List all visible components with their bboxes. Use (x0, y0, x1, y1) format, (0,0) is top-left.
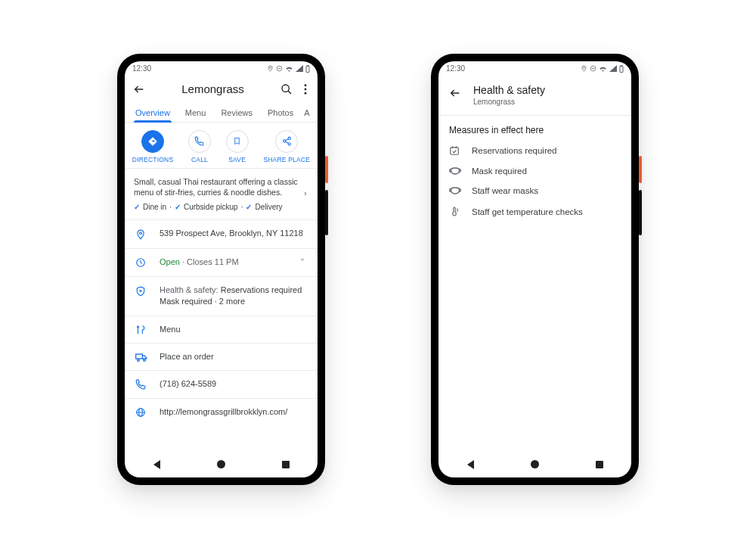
nav-back[interactable] (153, 460, 160, 469)
tabs: Overview Menu Reviews Photos A (125, 102, 318, 123)
signal-icon (296, 65, 303, 72)
health-safety-row[interactable]: Health & safety: Reservations requiredMa… (125, 277, 318, 316)
wifi-icon (285, 65, 293, 72)
check-icon: ✓ (134, 202, 140, 213)
svg-rect-29 (620, 66, 623, 72)
health-item-temperature: Staff get temperature checks (438, 201, 631, 223)
page-title: Health & safety (473, 84, 545, 96)
status-time: 12:30 (446, 64, 465, 73)
svg-point-13 (288, 143, 290, 145)
dnd-icon (276, 65, 283, 72)
nav-bar (438, 452, 631, 477)
health-item-label: Reservations required (472, 146, 557, 155)
status-bar: 12:30 (438, 61, 631, 76)
delivery-icon (135, 352, 147, 362)
mask-icon (449, 186, 461, 195)
svg-point-21 (138, 359, 140, 362)
status-bar: 12:30 (125, 61, 318, 76)
chevron-down-icon (298, 257, 307, 263)
location-icon (135, 229, 146, 241)
health-line2: Mask required · 2 more (160, 297, 245, 306)
restaurant-icon (135, 325, 146, 335)
svg-line-7 (288, 91, 291, 94)
open-status: Open (160, 257, 180, 266)
directions-icon (147, 136, 158, 147)
status-icons (267, 65, 310, 73)
description-row[interactable]: Small, casual Thai restaurant offering a… (125, 169, 318, 221)
svg-point-26 (584, 67, 585, 68)
dnd-icon (590, 65, 596, 72)
save-button[interactable]: SAVE (226, 130, 249, 163)
overflow-button[interactable] (301, 82, 310, 96)
call-icon (194, 136, 204, 146)
share-icon (282, 136, 292, 146)
signal-icon (609, 65, 617, 72)
website-row[interactable]: http://lemongrassgrillbrokklyn.com/ (125, 399, 318, 425)
page-subtitle: Lemongrass (473, 98, 545, 106)
arrow-back-icon (133, 83, 145, 95)
screen-right: 12:30 Health & safety Lemongrass Measure… (438, 61, 631, 477)
location-icon (581, 65, 587, 72)
svg-rect-3 (306, 66, 309, 72)
tab-overview[interactable]: Overview (128, 102, 178, 122)
svg-point-16 (140, 232, 142, 235)
directions-button[interactable]: DIRECTIONS (132, 130, 173, 163)
tab-reviews[interactable]: Reviews (213, 102, 260, 122)
health-label: Health & safety: (160, 285, 221, 294)
phone-row[interactable]: (718) 624-5589 (125, 371, 318, 398)
health-item-label: Staff get temperature checks (472, 207, 583, 216)
svg-point-22 (144, 359, 146, 362)
health-item-staff-mask: Staff wear masks (438, 181, 631, 201)
health-item-label: Staff wear masks (472, 186, 538, 195)
svg-line-15 (285, 141, 288, 143)
battery-icon (305, 65, 310, 73)
action-row: DIRECTIONS CALL SAVE SHARE PLACE (125, 123, 318, 169)
phone-right: 12:30 Health & safety Lemongrass Measure… (431, 54, 639, 485)
check-icon: ✓ (175, 202, 181, 213)
nav-recents[interactable] (596, 461, 603, 468)
share-button[interactable]: SHARE PLACE (263, 130, 310, 163)
bookmark-icon (233, 136, 241, 146)
mask-icon (449, 166, 461, 176)
address-row[interactable]: 539 Prospect Ave, Brooklyn, NY 11218 (125, 220, 318, 249)
order-row[interactable]: Place an order (125, 344, 318, 371)
back-button[interactable] (132, 82, 146, 96)
svg-rect-20 (136, 354, 143, 359)
location-icon (267, 65, 274, 72)
share-label: SHARE PLACE (263, 156, 310, 163)
check-icon: ✓ (246, 202, 252, 213)
tab-more[interactable]: A (301, 102, 309, 122)
search-button[interactable] (280, 82, 293, 96)
nav-back[interactable] (467, 460, 474, 469)
battery-icon (619, 65, 624, 73)
menu-text: Menu (160, 324, 307, 335)
svg-point-10 (305, 92, 307, 94)
call-button[interactable]: CALL (188, 130, 211, 163)
tab-photos[interactable]: Photos (260, 102, 301, 122)
nav-recents[interactable] (282, 461, 290, 468)
close-time: · Closes 11 PM (180, 257, 239, 266)
screen-left: 12:30 Lemongrass Overview Menu (125, 61, 318, 477)
phone-left: 12:30 Lemongrass Overview Menu (117, 54, 325, 485)
page-title: Lemongrass (153, 82, 272, 95)
svg-point-11 (288, 137, 290, 139)
menu-row[interactable]: Menu (125, 316, 318, 344)
search-icon (280, 83, 293, 95)
app-bar: Lemongrass (125, 76, 318, 102)
back-button[interactable] (449, 84, 461, 99)
nav-home[interactable] (217, 460, 225, 468)
nav-home[interactable] (531, 460, 539, 468)
phone-text: (718) 624-5589 (160, 378, 307, 390)
svg-rect-4 (307, 65, 308, 67)
hours-row[interactable]: Open · Closes 11 PM (125, 249, 318, 276)
arrow-back-icon (449, 87, 461, 99)
status-time: 12:30 (132, 64, 151, 73)
website-text: http://lemongrassgrillbrokklyn.com/ (160, 406, 307, 418)
svg-point-12 (283, 140, 285, 142)
service-options: ✓Dine in· ✓Curbside pickup· ✓Delivery (134, 202, 298, 213)
wifi-icon (599, 65, 607, 72)
tab-menu[interactable]: Menu (178, 102, 214, 122)
svg-point-6 (282, 85, 289, 92)
description-text: Small, casual Thai restaurant offering a… (134, 177, 298, 197)
status-icons (581, 65, 624, 73)
